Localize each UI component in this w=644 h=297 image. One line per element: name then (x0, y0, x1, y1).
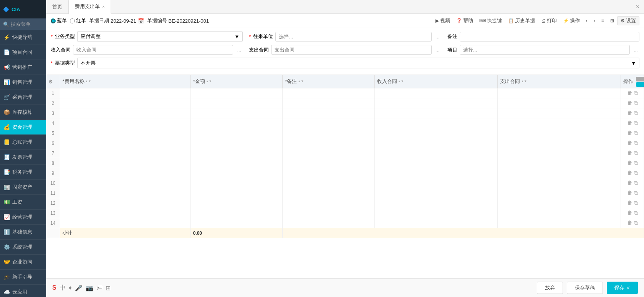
row-amount-3[interactable] (190, 108, 283, 118)
row-amount-12[interactable] (190, 198, 283, 208)
row-income-contract-4[interactable] (374, 118, 498, 128)
nav-next-btn[interactable]: › (592, 17, 597, 24)
row-amount-6[interactable] (190, 138, 283, 148)
row-expense-contract-4[interactable] (498, 118, 621, 128)
row-copy-icon-8[interactable]: ⧉ (634, 160, 638, 166)
expense-contract-dots[interactable]: ... (434, 47, 441, 53)
view-grid-btn[interactable]: ⊞ (609, 17, 616, 24)
sidebar-item-inventory[interactable]: 📦库存核算 (0, 105, 46, 120)
row-income-contract-5[interactable] (374, 128, 498, 138)
note-input[interactable] (460, 32, 639, 41)
row-income-contract-8[interactable] (374, 158, 498, 168)
income-contract-input[interactable] (73, 45, 233, 55)
row-expense-name-1[interactable] (60, 88, 190, 98)
sidebar-item-ledger-mgmt[interactable]: 📒总账管理 (0, 135, 46, 150)
row-amount-10[interactable] (190, 178, 283, 188)
row-copy-icon-3[interactable]: ⧉ (634, 110, 638, 116)
tab-expense-bill[interactable]: 费用支出单 × (69, 0, 111, 14)
row-remark-5[interactable] (283, 128, 375, 138)
radio-red-label[interactable]: 红单 (70, 17, 86, 24)
row-expense-name-5[interactable] (60, 128, 190, 138)
row-delete-icon-8[interactable]: 🗑 (627, 160, 632, 166)
toolbar-help-btn[interactable]: ❓ 帮助 (455, 17, 475, 25)
row-amount-8[interactable] (190, 158, 283, 168)
row-expense-contract-12[interactable] (498, 198, 621, 208)
date-value[interactable]: 2022-09-21 (111, 18, 136, 24)
row-expense-contract-13[interactable] (498, 208, 621, 218)
toolbar-video-btn[interactable]: ▶ 视频 (434, 17, 452, 25)
row-income-contract-2[interactable] (374, 98, 498, 108)
row-income-contract-6[interactable] (374, 138, 498, 148)
toolbar-ops-btn[interactable]: ⚡ 操作 (561, 17, 581, 25)
col-gear[interactable]: ⚙ (46, 75, 60, 88)
row-remark-1[interactable] (283, 88, 375, 98)
bottom-icon-tag[interactable]: 🏷 (96, 284, 103, 291)
row-copy-icon-11[interactable]: ⧉ (634, 190, 638, 196)
bottom-icon-chinese[interactable]: 中 (60, 284, 66, 292)
row-amount-5[interactable] (190, 128, 283, 138)
row-copy-icon-13[interactable]: ⧉ (634, 210, 638, 216)
discard-button[interactable]: 放弃 (537, 282, 563, 294)
row-expense-name-13[interactable] (60, 208, 190, 218)
row-copy-icon-6[interactable]: ⧉ (634, 140, 638, 146)
row-expense-contract-14[interactable] (498, 218, 621, 228)
tab-expense-bill-close[interactable]: × (102, 4, 104, 9)
row-copy-icon-5[interactable]: ⧉ (634, 130, 638, 136)
row-amount-1[interactable] (190, 88, 283, 98)
row-expense-name-10[interactable] (60, 178, 190, 188)
sort-expense-name[interactable]: ▲▼ (85, 80, 91, 83)
row-delete-icon-6[interactable]: 🗑 (627, 140, 632, 146)
setting-button[interactable]: ⚙ 设置 (617, 16, 639, 25)
sort-remark[interactable]: ▲▼ (298, 80, 304, 83)
row-income-contract-11[interactable] (374, 188, 498, 198)
bottom-icon-grid[interactable]: ⊞ (106, 284, 111, 292)
row-income-contract-9[interactable] (374, 168, 498, 178)
row-copy-icon-1[interactable]: ⧉ (634, 90, 638, 96)
row-copy-icon-2[interactable]: ⧉ (634, 100, 638, 106)
bottom-icon-camera[interactable]: 📷 (86, 284, 93, 292)
row-remark-8[interactable] (283, 158, 375, 168)
project-dots[interactable]: ... (632, 47, 639, 53)
row-amount-9[interactable] (190, 168, 283, 178)
row-expense-name-12[interactable] (60, 198, 190, 208)
tab-home[interactable]: 首页 (46, 0, 69, 13)
sidebar-item-system-mgmt[interactable]: ⚙️系统管理 (0, 240, 46, 255)
row-remark-4[interactable] (283, 118, 375, 128)
row-delete-icon-13[interactable]: 🗑 (627, 210, 632, 216)
row-expense-contract-8[interactable] (498, 158, 621, 168)
row-income-contract-13[interactable] (374, 208, 498, 218)
sidebar-item-basic-info[interactable]: ℹ️基础信息 (0, 225, 46, 240)
row-income-contract-7[interactable] (374, 148, 498, 158)
row-expense-contract-10[interactable] (498, 178, 621, 188)
row-expense-contract-11[interactable] (498, 188, 621, 198)
calendar-icon[interactable]: 📅 (138, 18, 144, 24)
row-expense-name-3[interactable] (60, 108, 190, 118)
row-copy-icon-7[interactable]: ⧉ (634, 150, 638, 156)
row-expense-name-14[interactable] (60, 218, 190, 228)
toolbar-print-btn[interactable]: 🖨 打印 (540, 17, 558, 25)
row-expense-name-9[interactable] (60, 168, 190, 178)
row-delete-icon-9[interactable]: 🗑 (627, 170, 632, 176)
row-amount-2[interactable] (190, 98, 283, 108)
income-contract-dots[interactable]: ... (235, 47, 243, 53)
row-expense-contract-9[interactable] (498, 168, 621, 178)
sidebar-search[interactable]: 🔍 搜索菜单 (0, 18, 46, 30)
sidebar-item-quick-nav[interactable]: ⚡快捷导航 (0, 30, 46, 45)
row-expense-contract-1[interactable] (498, 88, 621, 98)
row-income-contract-1[interactable] (374, 88, 498, 98)
sidebar-item-ops-mgmt[interactable]: 📈经营管理 (0, 210, 46, 225)
row-income-contract-10[interactable] (374, 178, 498, 188)
sort-amount[interactable]: ▲▼ (206, 80, 212, 83)
row-remark-3[interactable] (283, 108, 375, 118)
row-remark-7[interactable] (283, 148, 375, 158)
toolbar-shortcut-btn[interactable]: ⌨ 快捷键 (478, 17, 503, 25)
row-expense-name-2[interactable] (60, 98, 190, 108)
sidebar-item-fixed-assets[interactable]: 🏢固定资产 (0, 180, 46, 195)
sidebar-item-invoice-mgmt[interactable]: 🧾发票管理 (0, 150, 46, 165)
row-copy-icon-9[interactable]: ⧉ (634, 170, 638, 176)
sidebar-item-new-guide[interactable]: 🎓新手引导 (0, 270, 46, 285)
row-expense-contract-6[interactable] (498, 138, 621, 148)
row-remark-2[interactable] (283, 98, 375, 108)
row-copy-icon-10[interactable]: ⧉ (634, 180, 638, 186)
row-amount-13[interactable] (190, 208, 283, 218)
